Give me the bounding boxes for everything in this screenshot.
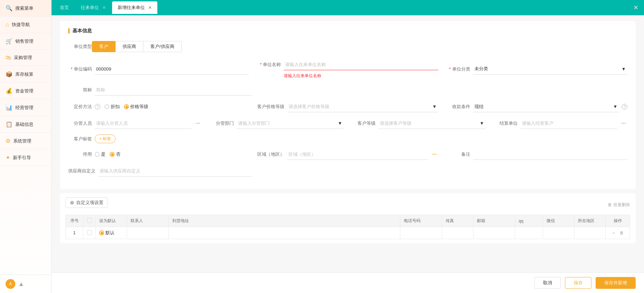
sidebar-item-system[interactable]: ⚙ 系统管理 xyxy=(0,133,51,149)
settings-icon: ⚙ xyxy=(70,200,74,205)
sidebar-item-purchase[interactable]: 🛍 采购管理 xyxy=(0,50,51,66)
row-check[interactable] xyxy=(87,230,92,235)
sidebar-item-newbie[interactable]: ✦ 新手引导 xyxy=(0,149,51,166)
payment-field: 收款条件 现结 ▼ ? xyxy=(447,101,627,112)
header-checkbox[interactable] xyxy=(87,218,92,223)
unit-category-select[interactable]: 未分类 ▼ xyxy=(473,64,627,75)
disabled-yes-label: 是 xyxy=(101,151,105,157)
sidebar-item-sales[interactable]: 🛒 销售管理 xyxy=(0,33,51,50)
batch-delete-button[interactable]: 🗑 批量删除 xyxy=(608,202,630,208)
cancel-button[interactable]: 取消 xyxy=(534,277,561,289)
pricing-help-icon[interactable]: ? xyxy=(95,104,100,109)
disabled-yes-radio[interactable]: 是 xyxy=(95,151,105,157)
sidebar-item-business[interactable]: 📊 经营管理 xyxy=(0,99,51,116)
row-region[interactable] xyxy=(574,227,606,239)
row-checkbox xyxy=(83,227,96,239)
tab-new-partner[interactable]: 新增往来单位 ✕ xyxy=(112,1,157,14)
user-bar-extra: ▲ xyxy=(18,280,24,288)
window-close-button[interactable]: ✕ xyxy=(630,4,641,11)
chevron-down-icon-4: ▼ xyxy=(338,121,342,126)
region-input[interactable] xyxy=(287,149,428,160)
sidebar-item-label: 搜索菜单 xyxy=(15,5,33,11)
dept-select[interactable]: 请输入分管部门 ▼ xyxy=(237,118,344,129)
tab-new-partner-label: 新增往来单位 xyxy=(118,5,145,11)
manager-dots-btn[interactable]: ··· xyxy=(194,120,202,127)
save-and-new-button[interactable]: 保存并新增 xyxy=(596,277,636,289)
manager-input[interactable] xyxy=(95,118,191,129)
dept-placeholder: 请输入分管部门 xyxy=(238,120,270,127)
unit-type-label: 单位类型 xyxy=(68,43,92,50)
add-tag-button[interactable]: + 标签 xyxy=(95,135,116,143)
short-name-input[interactable] xyxy=(95,84,252,96)
unit-name-input[interactable] xyxy=(284,59,438,70)
tab-bar: 首页 往来单位 ✕ 新增往来单位 ✕ ✕ xyxy=(52,0,644,15)
pricing-discount-radio[interactable]: 折扣 xyxy=(104,104,120,110)
remark-field: 备注 xyxy=(447,149,627,160)
settlement-dots-btn[interactable]: ··· xyxy=(620,120,627,127)
unit-category-field: 单位分类 未分类 ▼ xyxy=(447,59,627,79)
sidebar-item-quick-nav[interactable]: ⌂ 快捷导航 xyxy=(0,17,51,33)
col-header-contact: 联系人 xyxy=(127,215,169,227)
pricing-grade-radio[interactable]: 价格等级 xyxy=(124,104,148,110)
sidebar-item-basic[interactable]: 📋 基础信息 xyxy=(0,116,51,133)
unit-type-buttons: 客户 供应商 客户/供应商 xyxy=(92,41,182,52)
col-header-address: 到货地址 xyxy=(169,215,400,227)
row-contact[interactable] xyxy=(127,227,169,239)
save-button[interactable]: 保存 xyxy=(565,277,591,289)
row-ops: ＋ 🗑 xyxy=(606,227,630,239)
form-area: 基本信息 单位类型 客户 供应商 客户/供应商 单位编码 xyxy=(52,15,644,272)
settlement-input[interactable] xyxy=(520,118,617,129)
customer-tag-label: 客户标签 xyxy=(68,136,92,142)
row-fax[interactable] xyxy=(442,227,473,239)
unit-name-error: 请输入往来单位名称 xyxy=(284,73,321,78)
box-icon: 📦 xyxy=(6,71,13,78)
row-phone[interactable] xyxy=(400,227,442,239)
bag-icon: 🛍 xyxy=(6,55,11,61)
region-dots-btn[interactable]: ··· xyxy=(431,151,438,157)
payment-help-icon[interactable]: ? xyxy=(622,104,627,109)
customer-grade-placeholder: 请选择客户等级 xyxy=(380,120,411,127)
unit-type-both[interactable]: 客户/供应商 xyxy=(143,41,182,52)
customer-price-select[interactable]: 请选择客户价格等级 ▼ xyxy=(287,101,438,112)
sidebar-item-label: 库存核算 xyxy=(15,71,33,78)
form-row-1: 单位编码 单位名称 请输入往来单位名称 单位分类 xyxy=(68,59,627,79)
sidebar-item-search[interactable]: 🔍 搜索菜单 xyxy=(0,0,51,17)
customer-grade-field: 客户等级 请选择客户等级 ▼ xyxy=(352,118,486,129)
unit-type-row: 单位类型 客户 供应商 客户/供应商 xyxy=(68,41,627,52)
row-add-icon[interactable]: ＋ xyxy=(612,230,616,235)
disabled-no-label: 否 xyxy=(116,151,120,157)
tab-partners[interactable]: 往来单位 ✕ xyxy=(75,1,111,14)
remark-label: 备注 xyxy=(447,151,470,157)
disabled-no-radio[interactable]: 否 xyxy=(110,151,120,157)
row-email[interactable] xyxy=(473,227,515,239)
row-default-radio[interactable]: 默认 xyxy=(99,230,123,236)
row-qq[interactable] xyxy=(515,227,543,239)
default-label: 默认 xyxy=(105,230,115,236)
supplier-custom-field: 供应商自定义 xyxy=(68,165,252,177)
row-wechat[interactable] xyxy=(543,227,574,239)
supplier-custom-input[interactable] xyxy=(98,165,252,177)
table-header-row: 序号 设为默认 联系人 到货地址 电话号码 传真 邮箱 qq 微信 所在地区 xyxy=(66,215,630,227)
tab-partners-close[interactable]: ✕ xyxy=(102,6,106,10)
unit-name-field: 单位名称 请输入往来单位名称 xyxy=(257,59,438,79)
row-address[interactable] xyxy=(169,227,400,239)
discount-label: 折扣 xyxy=(111,104,120,110)
form-row-5: 客户标签 + 标签 xyxy=(68,135,627,143)
tab-home[interactable]: 首页 xyxy=(54,1,74,14)
customer-grade-label: 客户等级 xyxy=(352,120,376,127)
remark-input[interactable] xyxy=(473,149,627,160)
unit-type-customer[interactable]: 客户 xyxy=(92,41,116,52)
customer-grade-select[interactable]: 请选择客户等级 ▼ xyxy=(378,118,486,129)
yes-radio-circle xyxy=(95,152,100,157)
col-header-default: 设为默认 xyxy=(96,215,127,227)
pricing-radio-group: 折扣 价格等级 xyxy=(104,104,148,110)
payment-select[interactable]: 现结 ▼ xyxy=(473,101,619,112)
unit-code-input[interactable] xyxy=(95,64,249,75)
sidebar-item-finance[interactable]: 💰 资金管理 xyxy=(0,83,51,99)
unit-type-supplier[interactable]: 供应商 xyxy=(116,41,143,52)
custom-settings-button[interactable]: ⚙ 自定义项设置 xyxy=(65,197,108,208)
sidebar-item-stock[interactable]: 📦 库存核算 xyxy=(0,66,51,83)
tab-new-partner-close[interactable]: ✕ xyxy=(148,6,152,10)
row-delete-icon[interactable]: 🗑 xyxy=(620,230,624,235)
col-header-phone: 电话号码 xyxy=(400,215,442,227)
